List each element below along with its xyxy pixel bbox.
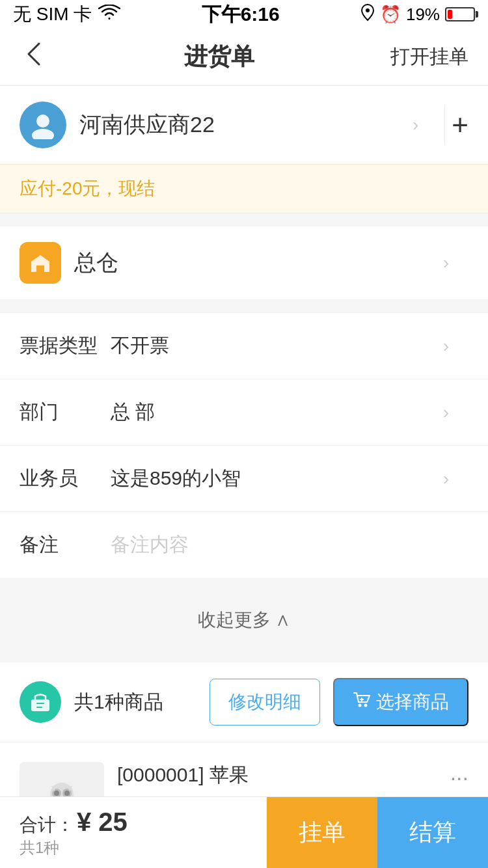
svg-point-6 (364, 703, 368, 707)
battery-label: 19% (406, 5, 440, 25)
product-name: [0000001] 苹果 (117, 762, 437, 789)
total-section: 合计： ¥ 25 共1种 (0, 807, 267, 858)
checkout-button[interactable]: 结算 (377, 797, 488, 868)
total-count: 共1种 (20, 837, 247, 858)
page-title: 进货单 (184, 41, 254, 73)
product-icon (20, 681, 61, 723)
department-row[interactable]: 部门 总 部 › (0, 379, 488, 445)
open-pending-button[interactable]: 打开挂单 (390, 44, 468, 70)
total-label: 合计： (20, 813, 74, 837)
select-product-label: 选择商品 (376, 690, 449, 714)
invoice-type-chevron-icon: › (443, 336, 449, 357)
department-chevron-icon: › (443, 402, 449, 423)
svg-point-1 (36, 115, 49, 128)
warehouse-row[interactable]: 总仓 › (0, 226, 488, 299)
svg-point-0 (366, 8, 370, 12)
bottom-bar: 合计： ¥ 25 共1种 挂单 结算 (0, 796, 488, 868)
carrier-label: 无 SIM 卡 (13, 2, 92, 27)
svg-rect-4 (31, 699, 49, 711)
remarks-input[interactable]: 备注内容 (98, 532, 468, 558)
divider (444, 105, 445, 144)
alarm-icon: ⏰ (380, 5, 401, 25)
supplier-chevron-icon: › (413, 115, 418, 135)
salesperson-label: 业务员 (20, 465, 98, 492)
warehouse-section: 总仓 › (0, 226, 488, 299)
location-icon (360, 3, 375, 26)
status-left: 无 SIM 卡 (13, 2, 120, 27)
svg-point-15 (64, 791, 70, 796)
nav-bar: 进货单 打开挂单 (0, 29, 488, 86)
svg-point-5 (359, 703, 362, 707)
battery-icon (445, 7, 475, 21)
department-value: 总 部 (98, 399, 443, 426)
product-code: [0000001] (117, 764, 204, 785)
collapse-row[interactable]: 收起更多 ∧ (0, 591, 488, 649)
product-count-label: 共1种商品 (74, 689, 197, 716)
product-header: 共1种商品 修改明细 选择商品 (0, 662, 488, 742)
supplier-row[interactable]: 河南供应商22 › + (0, 86, 488, 164)
supplier-name: 河南供应商22 (79, 110, 413, 140)
remarks-label: 备注 (20, 532, 98, 558)
cart-icon (353, 692, 371, 713)
status-time: 下午6:16 (202, 1, 280, 28)
invoice-type-value: 不开票 (98, 332, 443, 359)
invoice-type-label: 票据类型 (20, 332, 98, 359)
salesperson-row[interactable]: 业务员 这是859的小智 › (0, 445, 488, 511)
warehouse-name: 总仓 (74, 248, 443, 278)
select-product-button[interactable]: 选择商品 (333, 678, 468, 726)
remarks-row[interactable]: 备注 备注内容 (0, 511, 488, 578)
notice-banner: 应付-20元，现结 (0, 164, 488, 213)
invoice-type-row[interactable]: 票据类型 不开票 › (0, 312, 488, 379)
add-button[interactable]: + (452, 109, 468, 141)
salesperson-value: 这是859的小智 (98, 465, 443, 492)
product-fruit-name: 苹果 (210, 764, 249, 785)
edit-detail-button[interactable]: 修改明细 (210, 679, 320, 726)
warehouse-chevron-icon: › (443, 252, 449, 273)
collapse-label: 收起更多 ∧ (198, 608, 291, 632)
wifi-icon (98, 4, 120, 25)
supplier-avatar (20, 102, 66, 148)
status-bar: 无 SIM 卡 下午6:16 ⏰ 19% (0, 0, 488, 29)
form-section: 票据类型 不开票 › 部门 总 部 › 业务员 这是859的小智 › 备注 备注… (0, 312, 488, 578)
svg-point-14 (54, 791, 59, 796)
svg-rect-3 (36, 265, 44, 272)
total-amount: ¥ 25 (77, 807, 128, 837)
svg-point-2 (32, 129, 54, 139)
department-label: 部门 (20, 399, 98, 426)
back-button[interactable] (20, 34, 48, 79)
supplier-section: 河南供应商22 › + 应付-20元，现结 (0, 86, 488, 213)
warehouse-icon (20, 242, 61, 284)
salesperson-chevron-icon: › (443, 468, 449, 489)
hang-button[interactable]: 挂单 (267, 797, 377, 868)
status-right: ⏰ 19% (360, 3, 475, 26)
